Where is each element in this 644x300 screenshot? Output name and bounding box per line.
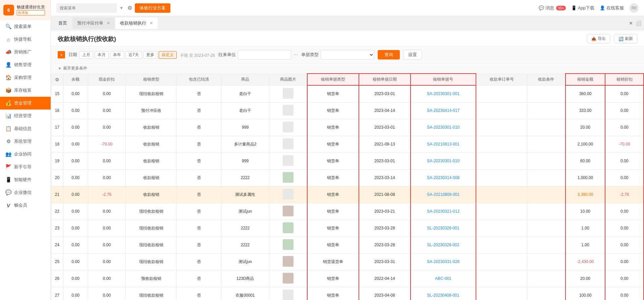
cell-receipt-order-num xyxy=(476,85,527,102)
filter-custom-btn[interactable]: 自定义 xyxy=(159,51,177,59)
sidebar-item-sysmanage[interactable]: ⚙ 系统管理 xyxy=(0,135,51,148)
cell-id: 23 xyxy=(51,220,63,237)
sidebar-item-label: 资金管理 xyxy=(14,100,32,106)
refresh-button[interactable]: 🔄 刷新 xyxy=(614,34,637,43)
table-row: 25 0.00 0.00 现结收款核销 否 测试jun 销货退货单 2023-0… xyxy=(51,253,644,270)
table-row: 16 0.00 0.00 预付冲应收 否 老白干 销货单 2023-04-14 … xyxy=(51,102,644,119)
close-icon[interactable]: ✕ xyxy=(107,21,110,26)
topbar: ▼ ⚙ 体验行业方案 💬 消息 99+ 📱 App下载 👤 在线客服 Rit xyxy=(51,0,644,16)
sidebar-item-search[interactable]: 🔍 搜索菜单 xyxy=(0,20,51,33)
sidebar-item-wechat[interactable]: 💬 企业微信 xyxy=(0,186,51,199)
filter-prev-month-btn[interactable]: 上月 xyxy=(79,51,93,59)
filter-billtype-select[interactable] xyxy=(321,50,374,59)
search-input[interactable] xyxy=(56,3,117,13)
cell-writeoff-bill-type: 销货单 xyxy=(307,153,359,169)
cell-include-settled: 否 xyxy=(177,220,221,237)
table-row: 26 0.00 0.00 预收款核销 否 123D商品 销货单 2022-04-… xyxy=(51,270,644,287)
cell-receipt-order-num xyxy=(476,136,527,153)
cell-cash-discount: 0.00 xyxy=(88,102,126,119)
query-button[interactable]: 查询 xyxy=(378,50,400,59)
cell-writeoff-date: 2023-03-21 xyxy=(359,203,411,220)
gear-icon[interactable]: ⚙ xyxy=(127,5,132,11)
sidebar-item-inventory[interactable]: 📦 库存核算 xyxy=(0,84,51,97)
avatar[interactable]: Rit xyxy=(629,3,639,13)
cell-id: 26 xyxy=(51,270,63,287)
close-window-icon[interactable]: ✕ xyxy=(629,20,633,26)
filter-billtype-group: 单据类型 xyxy=(301,50,374,59)
message-button[interactable]: 💬 消息 99+ xyxy=(539,5,566,11)
cell-product-img xyxy=(269,270,308,287)
sidebar-item-label: 库存核算 xyxy=(14,87,32,93)
sidebar-item-finance[interactable]: 💰 资金管理 xyxy=(0,97,51,110)
table-row: 19 0.00 0.00 收款核销 否 999 销货单 2023-03-01 S… xyxy=(51,153,644,169)
settings-icon[interactable]: ⚙ xyxy=(55,77,59,82)
cell-writeoff-num: SA-20230301-010 xyxy=(411,153,476,169)
cell-receipt-order-num xyxy=(476,220,527,237)
table-container[interactable]: ⚙ 余额 现金折扣 核销类型 包含已结清 商品 商品图片 核销单据类型 核销单据… xyxy=(51,73,644,300)
sidebar-item-label: 营销推广 xyxy=(14,49,32,55)
cell-include-settled: 否 xyxy=(177,203,221,220)
cell-writeoff-date: 2023-04-14 xyxy=(359,102,411,119)
cell-writeoff-amount: -2,430.00 xyxy=(566,253,605,270)
filter-date-group: 日期 上月 本月 本年 近7天 更多 自定义 xyxy=(68,51,177,59)
cell-receipt-cond xyxy=(527,102,566,119)
restore-window-icon[interactable]: ⬜ xyxy=(636,20,641,26)
cell-writeoff-amount: 1.00 xyxy=(566,237,605,253)
cell-product-img xyxy=(269,237,308,253)
cell-receipt-cond xyxy=(527,203,566,220)
page-title: 收款核销执行(按收款) xyxy=(58,35,116,43)
cell-product: 2222 xyxy=(221,220,269,237)
sidebar-item-member[interactable]: V 畅会员 xyxy=(0,199,51,212)
sysmanage-icon: ⚙ xyxy=(5,138,11,144)
cell-writeoff-num: SL-20230328-001 xyxy=(411,220,476,237)
cell-balance: 0.00 xyxy=(63,153,88,169)
cell-writeoff-date: 2023-03-28 xyxy=(359,237,411,253)
filter-counterpart-input[interactable] xyxy=(238,50,291,59)
filter-this-month-btn[interactable]: 本月 xyxy=(95,51,109,59)
industry-solution-button[interactable]: 体验行业方案 xyxy=(135,3,170,13)
online-service-label: 在线客服 xyxy=(606,5,624,11)
close-icon[interactable]: ✕ xyxy=(150,21,153,26)
online-service-button[interactable]: 👤 在线客服 xyxy=(600,5,624,11)
filter-7days-btn[interactable]: 近7天 xyxy=(125,51,142,59)
filter-expand-row[interactable]: ▼ 展开更多条件 xyxy=(51,63,644,73)
export-button[interactable]: 📤 导出 xyxy=(587,34,610,43)
chevron-down-icon[interactable]: ▼ xyxy=(119,6,123,10)
sidebar-item-bizmanage[interactable]: 📊 经营管理 xyxy=(0,110,51,122)
tabbar: 首页 预付冲应付单 ✕ 收款核销执行 ✕ ✕ ⬜ xyxy=(51,16,644,30)
cell-writeoff-bill-type: 销货单 xyxy=(307,270,359,287)
table-row: 21 0.00 -2.76 收款核销 否 测试多属性 销货单 2021-08-0… xyxy=(51,186,644,203)
sidebar-item-newguide[interactable]: 🚩 新手引导 xyxy=(0,161,51,173)
cell-id: 25 xyxy=(51,253,63,270)
cell-receipt-order-num xyxy=(476,169,527,186)
filter-expand-button[interactable]: » xyxy=(58,51,65,58)
sidebar-item-smarthw[interactable]: 📱 智能硬件 xyxy=(0,173,51,186)
sidebar-item-quicknav[interactable]: ⌂ 快捷导航 xyxy=(0,33,51,46)
collab-icon: 👥 xyxy=(5,151,11,157)
setting-button[interactable]: 设置 xyxy=(403,50,422,60)
logo-text: 畅捷通谱好生意 xyxy=(17,5,45,10)
filter-this-year-btn[interactable]: 本年 xyxy=(110,51,124,59)
cell-receipt-order-num xyxy=(476,287,527,300)
cell-writeoff-num: ABC-001 xyxy=(411,270,476,287)
tab-receipt[interactable]: 收款核销执行 ✕ xyxy=(115,17,158,29)
filter-expand-label: 展开更多条件 xyxy=(63,66,87,71)
filter-more-btn[interactable]: 更多 xyxy=(143,51,157,59)
cell-product-img xyxy=(269,220,308,237)
filter-counterpart-dots[interactable]: ··· xyxy=(293,52,298,58)
sidebar-item-marketing[interactable]: 📣 营销推广 xyxy=(0,46,51,58)
cell-writeoff-type: 收款核销 xyxy=(126,119,177,136)
tab-home[interactable]: 首页 xyxy=(54,17,72,29)
cell-product: 2222 xyxy=(221,237,269,253)
cell-writeoff-bill-type: 销货单 xyxy=(307,169,359,186)
tab-prepay[interactable]: 预付冲应付单 ✕ xyxy=(72,17,115,29)
sidebar-item-sales[interactable]: 👤 销售管理 xyxy=(0,58,51,71)
sidebar-item-collab[interactable]: 👥 企业协同 xyxy=(0,148,51,161)
topbar-left: ▼ ⚙ 体验行业方案 xyxy=(56,3,535,13)
sidebar-item-purchase[interactable]: 🏠 采购管理 xyxy=(0,71,51,84)
cell-receipt-order-num xyxy=(476,270,527,287)
sidebar-item-basicinfo[interactable]: 📋 基础信息 xyxy=(0,122,51,135)
app-download-button[interactable]: 📱 App下载 xyxy=(571,5,594,11)
home-icon: ⌂ xyxy=(5,37,11,42)
cell-balance: 0.00 xyxy=(63,102,88,119)
